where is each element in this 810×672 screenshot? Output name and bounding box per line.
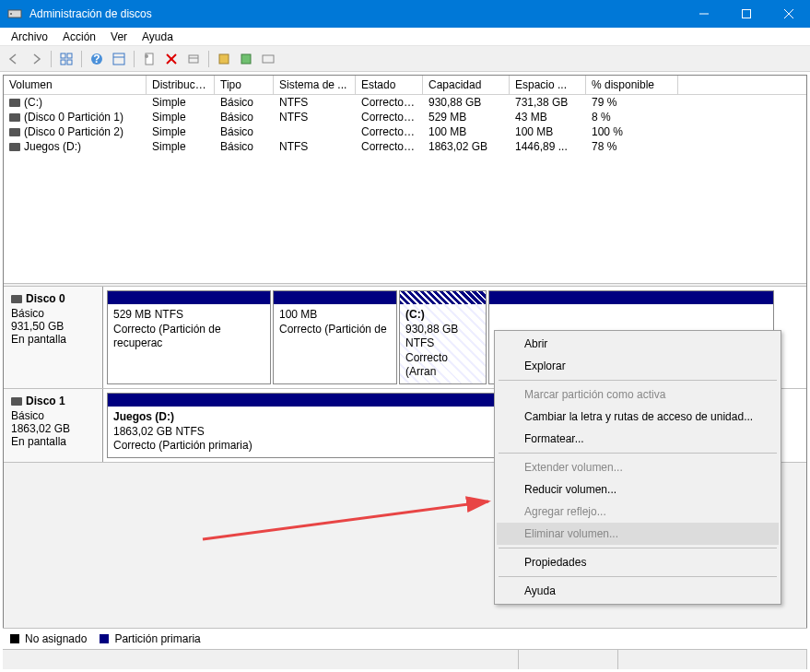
toolbar: ?	[0, 46, 810, 72]
volume-icon	[9, 128, 20, 136]
svg-point-15	[145, 54, 148, 58]
action1-icon[interactable]	[214, 49, 234, 69]
settings-icon[interactable]	[183, 49, 204, 69]
menubar: Archivo Acción Ver Ayuda	[0, 28, 810, 46]
col-distribucion[interactable]: Distribución	[147, 76, 215, 94]
svg-rect-7	[67, 53, 72, 58]
action2-icon[interactable]	[236, 49, 256, 69]
disk-mgmt-icon	[7, 6, 22, 21]
volume-icon	[9, 143, 20, 151]
back-button[interactable]	[4, 49, 24, 69]
svg-rect-18	[189, 55, 198, 63]
delete-icon[interactable]	[161, 49, 182, 69]
svg-rect-9	[67, 60, 72, 65]
close-button[interactable]	[768, 0, 810, 28]
ctx-ayuda[interactable]: Ayuda	[497, 580, 779, 602]
legend-bar: No asignado Partición primaria	[3, 628, 807, 648]
svg-text:?: ?	[93, 53, 100, 65]
partition[interactable]: (C:)930,88 GB NTFSCorrecto (Arran	[399, 290, 487, 384]
svg-rect-3	[743, 10, 751, 18]
ctx-marcar-partici-n-como-activa: Marcar partición como activa	[497, 383, 779, 406]
col-espacio[interactable]: Espacio ...	[510, 76, 586, 94]
ctx-cambiar-la-letra-y-rutas-de-acceso-de-unidad-[interactable]: Cambiar la letra y rutas de acceso de un…	[497, 406, 779, 428]
volume-icon	[9, 99, 20, 107]
svg-rect-12	[113, 53, 124, 65]
view-icon[interactable]	[56, 49, 76, 69]
window-controls	[683, 0, 810, 28]
properties-icon[interactable]	[139, 49, 159, 69]
context-menu: AbrirExplorarMarcar partición como activ…	[494, 330, 781, 605]
disk-info[interactable]: Disco 0Básico931,50 GBEn pantalla	[4, 287, 103, 388]
menu-ayuda[interactable]: Ayuda	[135, 29, 181, 45]
col-capacidad[interactable]: Capacidad	[423, 76, 510, 94]
ctx-abrir[interactable]: Abrir	[497, 333, 779, 355]
col-volumen[interactable]: Volumen	[4, 76, 147, 94]
table-row[interactable]: (Disco 0 Partición 2) SimpleBásico Corre…	[4, 124, 806, 139]
menu-ver[interactable]: Ver	[103, 29, 135, 45]
table-row[interactable]: (Disco 0 Partición 1) SimpleBásico NTFSC…	[4, 110, 806, 124]
titlebar: Administración de discos	[0, 0, 810, 28]
svg-rect-22	[263, 55, 274, 63]
ctx-explorar[interactable]: Explorar	[497, 355, 779, 377]
svg-rect-6	[61, 53, 65, 58]
maximize-button[interactable]	[725, 0, 768, 28]
volume-table: Volumen Distribución Tipo Sistema de ...…	[4, 76, 806, 283]
menu-accion[interactable]: Acción	[55, 29, 103, 45]
legend-unallocated-swatch	[10, 634, 19, 643]
svg-rect-8	[61, 60, 65, 65]
refresh-icon[interactable]	[109, 49, 129, 69]
action3-icon[interactable]	[258, 49, 278, 69]
volume-icon	[9, 113, 20, 122]
ctx-reducir-volumen-[interactable]: Reducir volumen...	[497, 478, 779, 501]
disk-info[interactable]: Disco 1Básico1863,02 GBEn pantalla	[4, 389, 103, 462]
table-row[interactable]: (C:) SimpleBásico NTFSCorrecto (... 930,…	[4, 95, 806, 110]
disk-icon	[11, 397, 22, 406]
window-title: Administración de discos	[29, 7, 683, 20]
svg-rect-21	[241, 54, 251, 64]
table-header: Volumen Distribución Tipo Sistema de ...…	[4, 76, 806, 95]
partition[interactable]: 100 MBCorrecto (Partición de	[273, 290, 397, 384]
legend-unallocated-label: No asignado	[25, 632, 87, 645]
svg-rect-20	[219, 54, 229, 64]
minimize-button[interactable]	[683, 0, 725, 28]
svg-point-1	[10, 13, 12, 15]
table-row[interactable]: Juegos (D:) SimpleBásico NTFSCorrecto (.…	[4, 139, 806, 154]
ctx-eliminar-volumen-: Eliminar volumen...	[497, 523, 779, 545]
col-disponible[interactable]: % disponible	[586, 76, 678, 94]
help-icon[interactable]: ?	[87, 49, 107, 69]
ctx-propiedades[interactable]: Propiedades	[497, 551, 779, 573]
menu-archivo[interactable]: Archivo	[4, 29, 55, 45]
disk-icon	[11, 295, 22, 303]
col-tipo[interactable]: Tipo	[215, 76, 274, 94]
col-sistema[interactable]: Sistema de ...	[274, 76, 356, 94]
legend-primary-label: Partición primaria	[114, 632, 200, 645]
status-bar	[3, 649, 807, 669]
ctx-agregar-reflejo-: Agregar reflejo...	[497, 501, 779, 523]
ctx-formatear-[interactable]: Formatear...	[497, 428, 779, 450]
legend-primary-swatch	[100, 634, 109, 643]
forward-button[interactable]	[26, 49, 46, 69]
col-estado[interactable]: Estado	[356, 76, 423, 94]
partition[interactable]: 529 MB NTFSCorrecto (Partición de recupe…	[107, 290, 271, 384]
ctx-extender-volumen-: Extender volumen...	[497, 456, 779, 478]
